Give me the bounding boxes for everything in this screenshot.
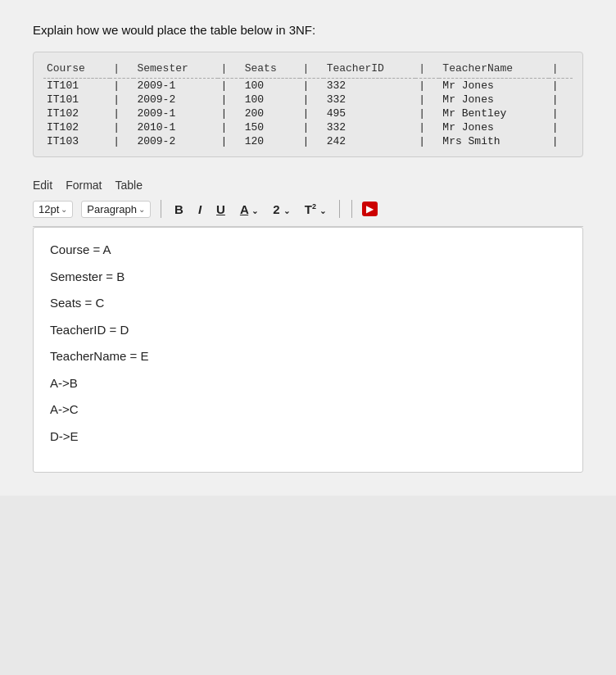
table-cell: 100 (242, 79, 300, 93)
table-cell: 495 (324, 106, 416, 120)
italic-button[interactable]: I (195, 201, 205, 218)
editor-line: D->E (50, 428, 566, 446)
table-cell: Mr Jones (439, 79, 548, 93)
cell-sep: | (110, 134, 134, 148)
page: Explain how we would place the table bel… (0, 0, 616, 496)
cell-sep: | (549, 120, 573, 134)
cell-sep: | (110, 120, 134, 134)
font-color-button[interactable]: A ⌄ (237, 201, 261, 218)
font-color-label: A (240, 202, 248, 216)
table-cell: IT101 (43, 93, 110, 106)
table-row: IT101|2009-2|100|332|Mr Jones| (43, 93, 573, 106)
highlight-button[interactable]: 2 ⌄ (270, 201, 293, 218)
table-cell: 200 (242, 106, 300, 120)
table-cell: 2009-1 (134, 79, 217, 93)
table-cell: 242 (324, 134, 416, 148)
db-table-container: Course | Semester | Seats | TeacherID | … (33, 52, 583, 157)
media-button[interactable]: ▶ (362, 202, 378, 216)
font-size-chevron: ⌄ (61, 205, 67, 214)
highlight-label: 2 (273, 202, 279, 216)
sep5: | (549, 61, 573, 79)
font-size-value: 12pt (38, 203, 59, 215)
cell-sep: | (110, 106, 134, 120)
sep2: | (218, 61, 242, 79)
underline-button[interactable]: U (213, 201, 229, 218)
cell-sep: | (549, 93, 573, 106)
toolbar-separator-1 (161, 200, 161, 218)
cell-sep: | (415, 106, 439, 120)
table-row: IT102|2009-1|200|495|Mr Bentley| (43, 106, 573, 120)
bold-button[interactable]: B (171, 201, 187, 218)
table-cell: 2009-2 (134, 93, 217, 106)
question-text: Explain how we would place the table bel… (33, 23, 583, 37)
superscript-button[interactable]: T2 ⌄ (301, 201, 329, 218)
col-teacherid: TeacherID (324, 61, 416, 79)
cell-sep: | (300, 93, 324, 106)
table-cell: Mr Jones (439, 120, 548, 134)
table-cell: Mr Bentley (439, 106, 548, 120)
cell-sep: | (218, 120, 242, 134)
font-color-chevron: ⌄ (251, 206, 258, 215)
cell-sep: | (300, 134, 324, 148)
col-semester: Semester (134, 61, 217, 79)
cell-sep: | (549, 106, 573, 120)
col-seats: Seats (242, 61, 300, 79)
cell-sep: | (415, 134, 439, 148)
sep4: | (415, 61, 439, 79)
cell-sep: | (300, 120, 324, 134)
menu-edit[interactable]: Edit (33, 179, 52, 192)
table-cell: IT103 (43, 134, 110, 148)
font-size-dropdown[interactable]: 12pt ⌄ (33, 201, 73, 218)
table-cell: Mr Jones (439, 93, 548, 106)
menu-format[interactable]: Format (66, 179, 102, 192)
table-cell: 332 (324, 79, 416, 93)
table-row: IT101|2009-1|100|332|Mr Jones| (43, 79, 573, 93)
table-cell: 100 (242, 93, 300, 106)
cell-sep: | (549, 79, 573, 93)
editor-line: Seats = C (50, 294, 566, 313)
cell-sep: | (218, 134, 242, 148)
col-teachername: TeacherName (439, 61, 548, 79)
toolbar-separator-3 (351, 200, 352, 218)
editor-line: TeacherID = D (50, 321, 566, 340)
cell-sep: | (415, 120, 439, 134)
editor-line: A->C (50, 401, 566, 419)
table-cell: 150 (242, 120, 300, 134)
editor-line: A->B (50, 374, 566, 393)
editor-line: TeacherName = E (50, 347, 566, 366)
toolbar-separator-2 (339, 200, 340, 218)
table-cell: Mrs Smith (439, 134, 548, 148)
editor-menu-bar: Edit Format Table (33, 172, 583, 195)
table-cell: 332 (324, 93, 416, 106)
table-header-row: Course | Semester | Seats | TeacherID | … (43, 61, 573, 79)
cell-sep: | (218, 79, 242, 93)
table-cell: IT102 (43, 106, 110, 120)
db-table: Course | Semester | Seats | TeacherID | … (43, 61, 573, 148)
table-row: IT103|2009-2|120|242|Mrs Smith| (43, 134, 573, 148)
sep1: | (110, 61, 134, 79)
cell-sep: | (415, 79, 439, 93)
highlight-chevron: ⌄ (283, 206, 290, 215)
cell-sep: | (415, 93, 439, 106)
editor-content-area[interactable]: Course = ASemester = BSeats = CTeacherID… (33, 227, 583, 473)
paragraph-chevron: ⌄ (138, 205, 145, 214)
paragraph-value: Paragraph (87, 203, 137, 215)
table-cell: IT102 (43, 120, 110, 134)
cell-sep: | (218, 93, 242, 106)
table-cell: 2009-2 (134, 134, 217, 148)
table-cell: 2010-1 (134, 120, 217, 134)
table-row: IT102|2010-1|150|332|Mr Jones| (43, 120, 573, 134)
table-cell: 120 (242, 134, 300, 148)
paragraph-dropdown[interactable]: Paragraph ⌄ (81, 201, 151, 218)
toolbar-menu: Edit Format Table (33, 179, 143, 192)
cell-sep: | (300, 79, 324, 93)
cell-sep: | (110, 93, 134, 106)
editor-line: Course = A (50, 241, 566, 260)
superscript-chevron: ⌄ (319, 206, 326, 215)
cell-sep: | (110, 79, 134, 93)
menu-table[interactable]: Table (115, 179, 142, 192)
superscript-label: T (305, 202, 312, 216)
table-cell: IT101 (43, 79, 110, 93)
superscript-num: 2 (312, 202, 316, 211)
cell-sep: | (218, 106, 242, 120)
